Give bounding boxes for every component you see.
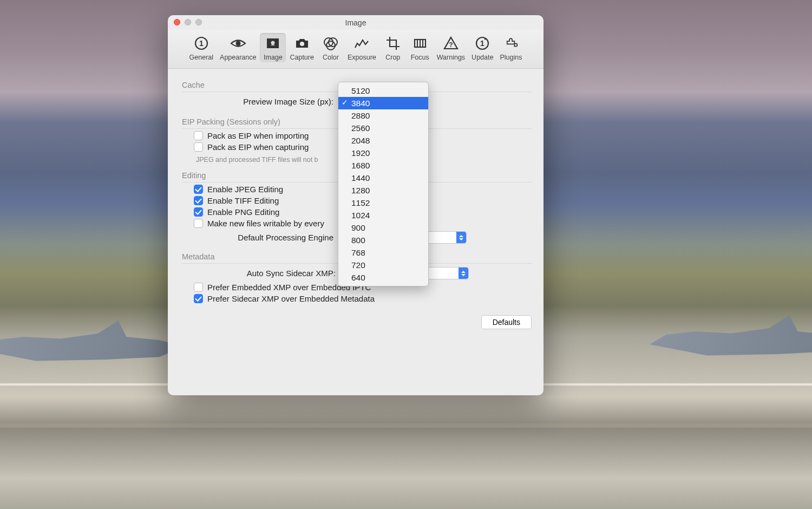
eye-icon xyxy=(230,35,246,51)
checkbox[interactable] xyxy=(194,131,203,140)
tab-label: Focus xyxy=(411,54,429,61)
warning-icon: ? xyxy=(443,35,459,51)
tab-general[interactable]: 1 General xyxy=(187,33,216,62)
tab-focus[interactable]: Focus xyxy=(407,33,433,62)
tab-warnings[interactable]: ? Warnings xyxy=(434,33,468,62)
tab-label: Plugins xyxy=(500,54,522,61)
select-stepper-icon xyxy=(459,267,468,279)
dropdown-option[interactable]: 1152 xyxy=(338,197,428,209)
checkbox-label: Pack as EIP when importing xyxy=(207,131,309,140)
dropdown-option[interactable]: 1920 xyxy=(338,147,428,159)
background-line xyxy=(0,423,812,428)
tab-label: General xyxy=(189,54,213,61)
checkbox[interactable] xyxy=(194,294,203,303)
tab-color[interactable]: Color xyxy=(318,33,344,62)
preferences-toolbar: 1 General Appearance Image Capture xyxy=(168,30,543,69)
dropdown-option[interactable]: 2560 xyxy=(338,122,428,134)
dropdown-option[interactable]: 2048 xyxy=(338,134,428,147)
checkbox-label: Pack as EIP when capturing xyxy=(207,142,309,152)
camera-icon xyxy=(294,35,310,51)
checkbox-label: Enable TIFF Editing xyxy=(207,196,279,205)
color-icon xyxy=(323,35,339,51)
checkbox[interactable] xyxy=(194,185,203,194)
preview-size-label: Preview Image Size (px): xyxy=(182,97,339,106)
dropdown-option[interactable]: 3840 xyxy=(338,97,428,109)
general-icon: 1 xyxy=(193,35,209,51)
titlebar: Image xyxy=(168,15,543,30)
tab-label: Crop xyxy=(385,54,400,61)
select-stepper-icon xyxy=(456,232,466,243)
close-button[interactable] xyxy=(174,19,180,25)
checkbox[interactable] xyxy=(194,207,203,217)
checkbox[interactable] xyxy=(194,142,203,152)
tab-exposure[interactable]: Exposure xyxy=(345,33,379,62)
tab-label: Exposure xyxy=(348,54,376,61)
tab-update[interactable]: 1 Update xyxy=(469,33,496,62)
svg-text:1: 1 xyxy=(480,39,484,48)
tab-label: Appearance xyxy=(220,54,256,61)
checkbox-label: Prefer Sidecar XMP over Embedded Metadat… xyxy=(207,294,375,303)
zoom-button[interactable] xyxy=(195,19,202,25)
dropdown-option[interactable]: 720 xyxy=(338,259,428,271)
preview-size-dropdown[interactable]: 5120384028802560204819201680144012801152… xyxy=(338,82,429,286)
checkbox-label: Make new files writable by every xyxy=(207,219,324,228)
dropdown-option[interactable]: 800 xyxy=(338,234,428,246)
dropdown-option[interactable]: 900 xyxy=(338,221,428,234)
svg-point-4 xyxy=(271,41,275,45)
minimize-button[interactable] xyxy=(185,19,191,25)
dropdown-option[interactable]: 1440 xyxy=(338,172,428,184)
svg-text:1: 1 xyxy=(199,39,204,48)
checkbox[interactable] xyxy=(194,283,203,292)
tab-crop[interactable]: Crop xyxy=(380,33,406,62)
window-controls xyxy=(174,19,202,25)
dropdown-option[interactable]: 640 xyxy=(338,271,428,284)
tab-plugins[interactable]: Plugins xyxy=(497,33,525,62)
update-icon: 1 xyxy=(474,35,490,51)
tab-label: Image xyxy=(264,54,283,61)
checkbox[interactable] xyxy=(194,219,203,228)
tab-label: Color xyxy=(323,54,339,61)
crop-icon xyxy=(385,35,401,51)
tab-label: Warnings xyxy=(437,54,465,61)
dropdown-option[interactable]: 1280 xyxy=(338,184,428,197)
preferences-window: Image 1 General Appearance Image Capture xyxy=(168,15,543,395)
autosync-label: Auto Sync Sidecar XMP: xyxy=(182,269,341,278)
dropdown-option[interactable]: 2880 xyxy=(338,109,428,122)
sidecar-xmp-checkbox-row[interactable]: Prefer Sidecar XMP over Embedded Metadat… xyxy=(194,294,532,303)
defaults-button[interactable]: Defaults xyxy=(481,315,532,329)
tab-capture[interactable]: Capture xyxy=(287,33,316,62)
plugin-icon xyxy=(503,35,519,51)
window-title: Image xyxy=(168,18,543,27)
tab-image[interactable]: Image xyxy=(260,33,286,62)
checkbox-label: Enable PNG Editing xyxy=(207,207,279,217)
background-jet-left xyxy=(0,314,184,379)
background-jet-right xyxy=(650,309,812,374)
svg-text:?: ? xyxy=(449,41,453,49)
tab-label: Capture xyxy=(290,54,313,61)
exposure-icon xyxy=(353,35,370,51)
tab-appearance[interactable]: Appearance xyxy=(217,33,259,62)
dropdown-option[interactable]: 768 xyxy=(338,246,428,259)
default-engine-label: Default Processing Engine xyxy=(182,233,339,242)
checkbox-label: Enable JPEG Editing xyxy=(207,185,283,194)
svg-point-5 xyxy=(300,42,304,46)
tab-label: Update xyxy=(472,54,493,61)
checkbox[interactable] xyxy=(194,196,203,205)
dropdown-option[interactable]: 5120 xyxy=(338,84,428,97)
dropdown-option[interactable]: 1680 xyxy=(338,159,428,172)
svg-point-2 xyxy=(235,41,240,46)
image-icon xyxy=(265,35,281,51)
dropdown-option[interactable]: 1024 xyxy=(338,209,428,221)
focus-icon xyxy=(412,35,428,51)
